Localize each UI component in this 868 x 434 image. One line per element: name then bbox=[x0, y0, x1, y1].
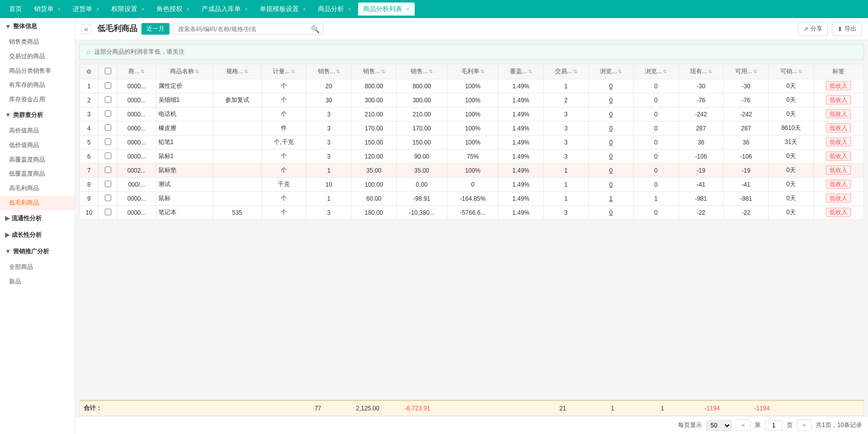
row-name[interactable]: 鼠标 bbox=[156, 192, 213, 206]
col-unit[interactable]: 计量...⇅ bbox=[261, 64, 306, 79]
row-select-checkbox[interactable] bbox=[105, 82, 111, 89]
row-checkbox[interactable] bbox=[98, 178, 117, 192]
row-browse1[interactable]: 0 bbox=[588, 178, 633, 192]
col-available[interactable]: 可用...⇅ bbox=[724, 64, 769, 79]
sidebar-section-growth[interactable]: ▶ 成长性分析 bbox=[0, 227, 75, 243]
row-name[interactable]: 测试 bbox=[156, 178, 213, 192]
search-input[interactable] bbox=[178, 26, 311, 33]
row-checkbox[interactable] bbox=[98, 164, 117, 178]
col-name[interactable]: 商品名称⇅ bbox=[156, 64, 213, 79]
nav-products[interactable]: 产成品入库单 × bbox=[197, 3, 253, 16]
nav-analysis-close[interactable]: × bbox=[348, 6, 351, 12]
sidebar-item-low-margin[interactable]: 低毛利商品 bbox=[0, 196, 75, 210]
sidebar-item-all-products[interactable]: 全部商品 bbox=[0, 260, 75, 274]
search-icon[interactable]: 🔍 bbox=[311, 25, 319, 33]
row-browse1[interactable]: 0 bbox=[588, 107, 633, 121]
row-select-checkbox[interactable] bbox=[105, 209, 111, 215]
nav-permissions[interactable]: 权限设置 × bbox=[106, 3, 149, 16]
row-select-checkbox[interactable] bbox=[105, 153, 111, 159]
row-select-checkbox[interactable] bbox=[105, 96, 111, 103]
row-name[interactable]: 铅笔1 bbox=[156, 135, 213, 150]
col-browse2[interactable]: 浏览...⇅ bbox=[633, 64, 678, 79]
page-size-select[interactable]: 50 20 100 bbox=[706, 420, 732, 431]
row-name[interactable]: 橡皮擦 bbox=[156, 121, 213, 135]
table-wrapper[interactable]: ⚙ 商...⇅ 商品名称⇅ 规格...⇅ 计量...⇅ 销售...⇅ 销售...… bbox=[79, 64, 864, 400]
row-browse1[interactable]: 0 bbox=[588, 121, 633, 135]
col-spec[interactable]: 规格...⇅ bbox=[213, 64, 262, 79]
date-filter-button[interactable]: 近一月 bbox=[141, 23, 169, 35]
row-name[interactable]: 鼠标垫 bbox=[156, 164, 213, 178]
row-name[interactable]: 属性定价 bbox=[156, 79, 213, 93]
sidebar-item-sales-products[interactable]: 销售类商品 bbox=[0, 35, 75, 49]
row-select-checkbox[interactable] bbox=[105, 124, 111, 131]
row-select-checkbox[interactable] bbox=[105, 138, 111, 145]
row-checkbox[interactable] bbox=[98, 206, 117, 220]
sidebar-item-high-margin[interactable]: 高毛利商品 bbox=[0, 181, 75, 196]
col-gross-rate[interactable]: 毛利率⇅ bbox=[447, 64, 498, 79]
col-price[interactable]: 销售...⇅ bbox=[352, 64, 397, 79]
nav-template-close[interactable]: × bbox=[303, 6, 306, 12]
sidebar-item-category-rate[interactable]: 商品分类销售率 bbox=[0, 64, 75, 78]
nav-template[interactable]: 单据模板设置 × bbox=[255, 3, 311, 16]
nav-sales-close[interactable]: × bbox=[58, 6, 61, 12]
sidebar-item-high-coverage[interactable]: 高覆盖度商品 bbox=[0, 153, 75, 167]
row-browse1[interactable]: 0 bbox=[588, 135, 633, 150]
sidebar-item-low-coverage[interactable]: 低覆盖度商品 bbox=[0, 167, 75, 181]
share-button[interactable]: ↗ 分享 bbox=[798, 22, 828, 36]
col-sellable[interactable]: 可销...⇅ bbox=[769, 64, 814, 79]
nav-permissions-close[interactable]: × bbox=[141, 6, 144, 12]
nav-products-close[interactable]: × bbox=[245, 6, 248, 12]
row-select-checkbox[interactable] bbox=[105, 181, 111, 187]
row-browse1[interactable]: 0 bbox=[588, 164, 633, 178]
col-browse1[interactable]: 浏览...⇅ bbox=[588, 64, 633, 79]
col-stock[interactable]: 现有...⇅ bbox=[678, 64, 724, 79]
row-name[interactable]: 电话机 bbox=[156, 107, 213, 121]
sidebar-section-overview[interactable]: ▼ 整体信息 bbox=[0, 18, 75, 35]
sidebar-section-marketing[interactable]: ▼ 营销推广分析 bbox=[0, 243, 75, 260]
sidebar-item-low-value[interactable]: 低价值商品 bbox=[0, 138, 75, 153]
nav-analysis-list[interactable]: 商品分析列表 × bbox=[358, 3, 414, 16]
row-checkbox[interactable] bbox=[98, 107, 117, 121]
row-checkbox[interactable] bbox=[98, 135, 117, 150]
row-browse1[interactable]: 0 bbox=[588, 93, 633, 107]
sidebar-section-cluster[interactable]: ▼ 类群查分析 bbox=[0, 107, 75, 123]
row-checkbox[interactable] bbox=[98, 192, 117, 206]
page-number-input[interactable] bbox=[765, 420, 783, 430]
row-checkbox[interactable] bbox=[98, 121, 117, 135]
sidebar-item-traded-products[interactable]: 交易过的商品 bbox=[0, 49, 75, 64]
nav-purchase[interactable]: 进货单 × bbox=[68, 3, 104, 16]
row-select-checkbox[interactable] bbox=[105, 195, 111, 201]
col-amount[interactable]: 销售...⇅ bbox=[396, 64, 447, 79]
col-gear[interactable]: ⚙ bbox=[80, 64, 99, 79]
row-name[interactable]: 吴细细1 bbox=[156, 93, 213, 107]
row-browse1[interactable]: 1 bbox=[588, 192, 633, 206]
row-browse1[interactable]: 0 bbox=[588, 150, 633, 164]
nav-roles-close[interactable]: × bbox=[187, 6, 190, 12]
export-button[interactable]: ⬆ 导出 bbox=[832, 22, 862, 36]
nav-purchase-close[interactable]: × bbox=[96, 6, 99, 12]
col-code[interactable]: 商...⇅ bbox=[117, 64, 156, 79]
sidebar-collapse-button[interactable]: « bbox=[81, 24, 91, 34]
nav-sales[interactable]: 销货单 × bbox=[29, 3, 66, 16]
sidebar-section-circulation[interactable]: ▶ 流通性分析 bbox=[0, 210, 75, 227]
gear-icon[interactable]: ⚙ bbox=[86, 68, 92, 75]
sidebar-item-stocked-products[interactable]: 有库存的商品 bbox=[0, 78, 75, 92]
row-select-checkbox[interactable] bbox=[105, 110, 111, 117]
row-checkbox[interactable] bbox=[98, 79, 117, 93]
next-page-button[interactable]: ＞ bbox=[797, 419, 812, 431]
row-checkbox[interactable] bbox=[98, 93, 117, 107]
row-name[interactable]: 鼠标1 bbox=[156, 150, 213, 164]
sidebar-item-new-products[interactable]: 新品 bbox=[0, 274, 75, 289]
nav-roles[interactable]: 角色授权 × bbox=[151, 3, 195, 16]
sidebar-item-high-value[interactable]: 高价值商品 bbox=[0, 123, 75, 138]
col-cover-rate[interactable]: 覆盖...⇅ bbox=[498, 64, 544, 79]
nav-analysis[interactable]: 商品分析 × bbox=[313, 3, 356, 16]
sidebar-item-capital[interactable]: 库存资金占用 bbox=[0, 92, 75, 107]
row-browse1[interactable]: 0 bbox=[588, 206, 633, 220]
nav-home[interactable]: 首页 bbox=[4, 3, 27, 16]
col-tx-count[interactable]: 交易...⇅ bbox=[544, 64, 589, 79]
row-name[interactable]: 笔记本 bbox=[156, 206, 213, 220]
col-qty[interactable]: 销售...⇅ bbox=[306, 64, 352, 79]
row-checkbox[interactable] bbox=[98, 150, 117, 164]
nav-analysis-list-close[interactable]: × bbox=[406, 6, 409, 12]
